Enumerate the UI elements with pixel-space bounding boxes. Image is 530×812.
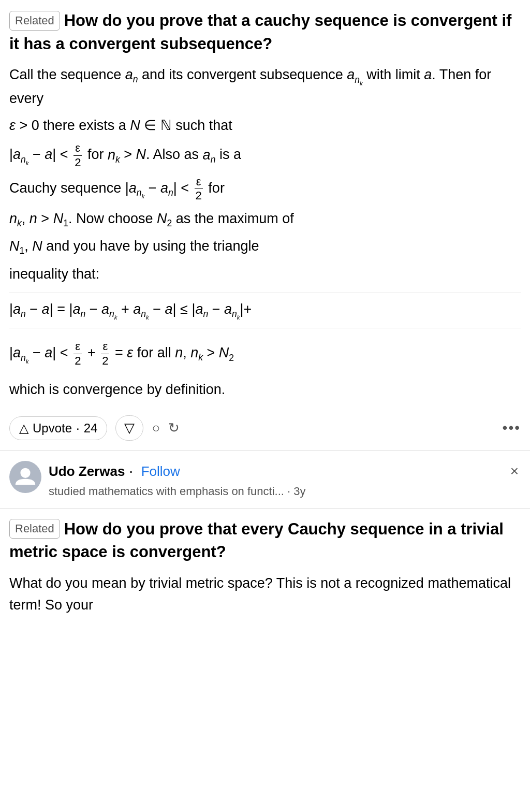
author-name-row: Udo Zerwas · Follow × <box>49 461 521 482</box>
downvote-button[interactable]: ▽ <box>115 415 143 441</box>
answer-block-1: Related How do you prove that a cauchy s… <box>0 0 530 451</box>
question-title-2: How do you prove that every Cauchy seque… <box>9 520 504 561</box>
math-equation-2: |ank − a| < ε2 + ε2 = ε for all n, nk > … <box>9 334 521 374</box>
upvote-count: 24 <box>84 421 98 436</box>
conclusion-text: which is convergence by definition. <box>9 379 521 401</box>
content-para-7: inequality that: <box>9 264 521 285</box>
content-para-1: Call the sequence an and its convergent … <box>9 64 521 109</box>
follow-link[interactable]: Follow <box>141 463 180 479</box>
share-icon[interactable]: ↻ <box>168 418 180 438</box>
answer-block-2: Related How do you prove that every Cauc… <box>0 509 530 616</box>
downvote-arrow-icon: ▽ <box>124 420 135 436</box>
question-title-1: How do you prove that a cauchy sequence … <box>9 11 511 53</box>
upvote-label: Upvote <box>33 421 72 436</box>
svg-point-0 <box>20 468 30 478</box>
question-title-wrap-1: Related How do you prove that a cauchy s… <box>9 10 521 55</box>
author-section: Udo Zerwas · Follow × studied mathematic… <box>0 451 530 508</box>
content-para-2: ε > 0 there exists a N ∈ ℕ such that <box>9 115 521 137</box>
author-info: Udo Zerwas · Follow × studied mathematic… <box>49 461 521 499</box>
upvote-button[interactable]: △ Upvote · 24 <box>9 416 107 440</box>
more-options-icon[interactable]: ••• <box>503 417 521 439</box>
answer2-content: What do you mean by trivial metric space… <box>9 573 521 616</box>
related-badge-2: Related <box>9 519 60 539</box>
answer2-para-1: What do you mean by trivial metric space… <box>9 573 521 616</box>
author-name-follow: Udo Zerwas · Follow <box>49 461 180 482</box>
author-name: Udo Zerwas <box>49 463 125 479</box>
math-equation-1: |an − a| = |an − ank + ank − a| ≤ |an − … <box>9 293 521 328</box>
avatar-icon <box>13 465 37 489</box>
avatar <box>9 461 41 493</box>
content-para-4: Cauchy sequence |ank − an| < ε2 for <box>9 175 521 203</box>
math-content-1: Call the sequence an and its convergent … <box>9 64 521 285</box>
author-meta: studied mathematics with emphasis on fun… <box>49 483 521 500</box>
content-para-5: nk, n > N1. Now choose N2 as the maximum… <box>9 208 521 231</box>
question-title-wrap-2: Related How do you prove that every Cauc… <box>9 519 521 563</box>
upvote-arrow-icon: △ <box>19 421 28 436</box>
action-bar-1: △ Upvote · 24 ▽ ○ ↻ ••• <box>9 408 521 450</box>
dot-separator: · <box>129 463 137 479</box>
content-para-3: |ank − a| < ε2 for nk > N. Also as an is… <box>9 141 521 169</box>
close-button[interactable]: × <box>508 461 521 482</box>
content-para-6: N1, N and you have by using the triangle <box>9 236 521 258</box>
upvote-separator: · <box>76 421 80 436</box>
related-badge-1: Related <box>9 11 60 31</box>
comment-icon[interactable]: ○ <box>152 418 160 438</box>
